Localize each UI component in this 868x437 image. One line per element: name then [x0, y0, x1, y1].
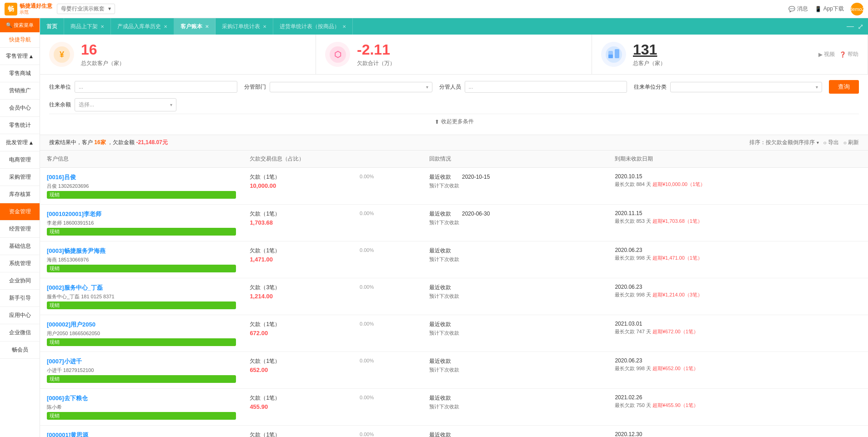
recovery-next-2: 预计下次收款	[429, 256, 601, 263]
tab-production[interactable]: 产成品入库单历史 ✕	[111, 18, 174, 35]
tab-home[interactable]: 首页	[40, 18, 64, 35]
customer-name-4[interactable]: [000002]用户2050	[47, 321, 236, 329]
sidebar-item-system[interactable]: 系统管理	[0, 255, 40, 272]
manager-input[interactable]: ...	[465, 81, 627, 93]
sidebar-item-enterprise[interactable]: 企业协同	[0, 272, 40, 290]
from-unit-input[interactable]: ...	[75, 81, 237, 93]
sidebar-item-wechat[interactable]: 企业微信	[0, 324, 40, 342]
overdue-link-6[interactable]: 超期¥455.90（1笔）	[652, 402, 698, 408]
cell-debt-percent-6: 0.00%	[353, 389, 422, 426]
tab-close-customer[interactable]: ✕	[205, 24, 209, 29]
brand-name: 畅捷通好生意	[20, 3, 52, 9]
overdue-link-2[interactable]: 超期¥1,471.00（1笔）	[652, 255, 702, 261]
sidebar-item-retail-mgmt[interactable]: 零售管理▲	[0, 48, 40, 65]
overdue-link-5[interactable]: 超期¥652.00（1笔）	[652, 366, 698, 371]
maximize-tabs-btn[interactable]: ⤢	[858, 22, 863, 31]
quick-nav-btn[interactable]: 快捷导航	[0, 32, 40, 48]
app-download-btn[interactable]: 📱 App下载	[815, 5, 844, 13]
customer-name-5[interactable]: [0007]小进千	[47, 357, 236, 366]
sidebar-item-purchase[interactable]: 采购管理	[0, 169, 40, 186]
sidebar-item-app-center[interactable]: 应用中心	[0, 307, 40, 324]
recovery-label-1: 最近收款 2020-06-30	[429, 210, 601, 218]
debt-customers-label: 总欠款客户（家）	[81, 60, 306, 67]
unit-type-select[interactable]: ▾	[670, 82, 822, 92]
status-badge-1: 现销	[47, 228, 236, 236]
overdue-link-1[interactable]: 超期¥1,703.68（1笔）	[652, 218, 702, 224]
cell-debt-info-5: 欠款（1笔） 652.00	[243, 352, 353, 389]
overdue-link-4[interactable]: 超期¥672.00（1笔）	[652, 329, 698, 334]
filter-area: 往来单位 ... 分管部门 ▾ 分管人员	[40, 75, 868, 135]
due-days-3: 最长欠款 998 天 超期¥1,214.00（3笔）	[615, 291, 861, 298]
tab-stock[interactable]: 进货单统计表（按商品） ✕	[273, 18, 353, 35]
debt-amount-3[interactable]: 1,214.00	[250, 293, 346, 300]
sidebar-item-retail-stats[interactable]: 零售统计	[0, 117, 40, 134]
due-info-5: 2020.06.23 最长欠款 998 天 超期¥652.00（1笔）	[615, 357, 861, 372]
search-menu-btn[interactable]: 🔍 搜索菜单	[0, 18, 40, 32]
sidebar-item-retail-shop[interactable]: 零售商城	[0, 65, 40, 82]
tab-close-purchase[interactable]: ✕	[263, 24, 266, 29]
balance-select[interactable]: 选择... ▾	[75, 98, 176, 111]
export-btn[interactable]: ○ 导出	[823, 139, 839, 146]
customer-name-0[interactable]: [0016]吕俊	[47, 173, 236, 181]
top-bar: 畅 畅捷通好生意 示范 母婴行业演示账套 ▾ 💬 消息 📱 App下载 de	[0, 0, 868, 18]
debt-amount-5[interactable]: 652.00	[250, 367, 346, 373]
filter-row-1: 往来单位 ... 分管部门 ▾ 分管人员	[49, 80, 859, 94]
sidebar-item-member[interactable]: 会员中心	[0, 100, 40, 117]
refresh-btn[interactable]: ○ 刷新	[843, 139, 859, 146]
tab-customer[interactable]: 客户账本 ✕	[174, 18, 216, 35]
user-avatar[interactable]: demo2	[851, 3, 863, 15]
table-row: [0006]去下粮仓 陈小希 现销 欠款（1笔） 455.90 0.00% 最近…	[40, 389, 868, 426]
status-badge-4: 现销	[47, 338, 236, 346]
cell-debt-info-1: 欠款（1笔） 1,703.68	[243, 205, 353, 241]
status-badge-3: 现销	[47, 301, 236, 309]
customer-name-3[interactable]: [0002]服务中心_丁磊	[47, 284, 236, 292]
help-btn[interactable]: ❓ 帮助	[839, 50, 858, 58]
debt-amount-1[interactable]: 1,703.68	[250, 219, 346, 226]
sidebar-item-basic-info[interactable]: 基础信息	[0, 238, 40, 255]
video-btn[interactable]: ▶ 视频	[818, 50, 835, 58]
tab-purchase[interactable]: 采购订单统计表 ✕	[216, 18, 273, 35]
tab-close-stock[interactable]: ✕	[342, 24, 346, 29]
debt-amount-0[interactable]: 10,000.00	[250, 182, 346, 189]
table-container: 客户信息 欠款交易信息（占比） 回款情况 到期未收款日期 [0016]吕俊 吕俊…	[40, 151, 868, 437]
collapse-btn[interactable]: ⬆ 收起更多条件	[49, 118, 859, 126]
debt-amount-6[interactable]: 455.90	[250, 403, 346, 410]
debt-amount-2[interactable]: 1,471.00	[250, 256, 346, 263]
customer-name-7[interactable]: [000001]黄思源	[47, 431, 236, 437]
tab-close-production[interactable]: ✕	[164, 24, 167, 29]
sort-select[interactable]: 排序：按欠款金额倒序排序 ▾	[749, 139, 819, 146]
customer-name-6[interactable]: [0006]去下粮仓	[47, 394, 236, 402]
sidebar-item-operations[interactable]: 经营管理	[0, 221, 40, 238]
sidebar-item-guide[interactable]: 新手引导	[0, 290, 40, 307]
customer-name-2[interactable]: [0003]畅捷服务尹海燕	[47, 247, 236, 255]
sidebar-item-finance[interactable]: 资金管理	[0, 203, 40, 221]
sidebar-item-batch-mgmt[interactable]: 批发管理▲	[0, 134, 40, 151]
col-customer-info: 客户信息	[40, 151, 243, 168]
debt-count-3: 欠款（3笔）	[250, 284, 346, 291]
overdue-link-3[interactable]: 超期¥1,214.00（3笔）	[652, 292, 702, 297]
customer-info-5: [0007]小进千 小进千 18279152100 现销	[47, 357, 236, 383]
customer-name-1[interactable]: [0001020001]李老师	[47, 210, 236, 218]
search-button[interactable]: 查询	[829, 80, 859, 94]
sidebar-item-marketing[interactable]: 营销推广	[0, 82, 40, 100]
sidebar-item-ecommerce[interactable]: 电商管理	[0, 151, 40, 169]
company-selector[interactable]: 母婴行业演示账套 ▾	[57, 4, 115, 14]
debt-amount-4[interactable]: 672.00	[250, 330, 346, 337]
dept-select[interactable]: ▾	[270, 82, 432, 92]
overdue-link-0[interactable]: 超期¥10,000.00（1笔）	[652, 181, 705, 187]
due-info-0: 2020.10.15 最长欠款 884 天 超期¥10,000.00（1笔）	[615, 173, 861, 188]
svg-point-4	[606, 46, 622, 63]
minimize-tabs-btn[interactable]: —	[847, 22, 854, 30]
cell-debt-percent-3: 0.00%	[353, 278, 422, 315]
customer-contact-4: 用户2050 18665062050	[47, 330, 236, 337]
tab-products[interactable]: 商品上下架 ✕	[64, 18, 111, 35]
tab-close-products[interactable]: ✕	[100, 24, 104, 29]
recovery-next-1: 预计下次收款	[429, 219, 601, 226]
recovery-label-6: 最近收款	[429, 394, 601, 402]
customer-info-6: [0006]去下粮仓 陈小希 现销	[47, 394, 236, 420]
message-btn[interactable]: 💬 消息	[788, 5, 808, 13]
sidebar-item-inventory[interactable]: 库存核算	[0, 186, 40, 203]
recovery-next-3: 预计下次收款	[429, 293, 601, 300]
results-bar: 搜索结果中，客户 16家 ，欠款金额 -21,148.07元 排序：按欠款金额倒…	[40, 135, 868, 151]
sidebar-item-vip[interactable]: 畅会员	[0, 342, 40, 359]
